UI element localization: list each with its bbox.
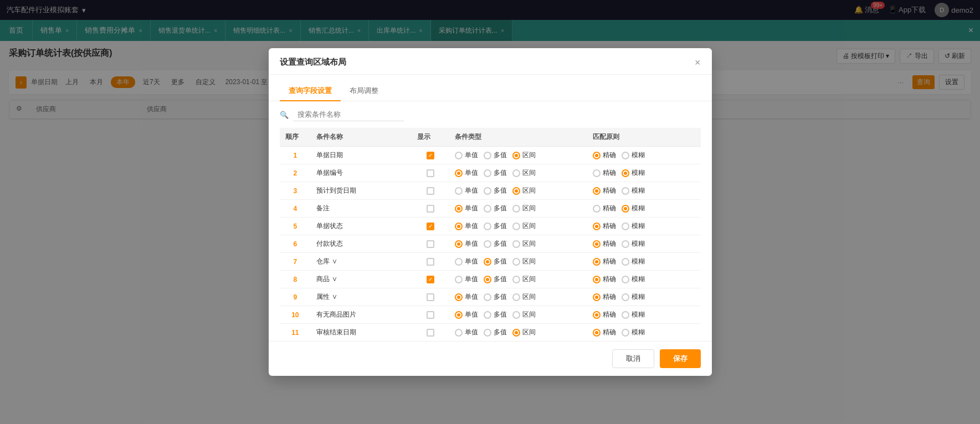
radio-item-single[interactable]: 单值 (455, 292, 478, 302)
radio-item-range[interactable]: 区间 (512, 257, 536, 266)
radio-item-fuzzy[interactable]: 模糊 (622, 310, 645, 319)
row-show-checkbox[interactable] (412, 288, 449, 306)
radio-label-multi: 多值 (494, 239, 507, 249)
radio-item-fuzzy[interactable]: 模糊 (622, 186, 645, 195)
radio-item-multi[interactable]: 多值 (484, 275, 507, 284)
radio-item-multi[interactable]: 多值 (484, 186, 507, 195)
radio-item-exact[interactable]: 精确 (593, 310, 616, 319)
radio-item-single[interactable]: 单值 (455, 257, 478, 266)
checkbox[interactable] (427, 240, 434, 248)
radio-item-fuzzy[interactable]: 模糊 (622, 328, 645, 337)
radio-item-exact[interactable]: 精确 (593, 275, 616, 284)
row-show-checkbox[interactable] (412, 306, 449, 324)
radio-item-exact[interactable]: 精确 (593, 221, 616, 231)
radio-item-fuzzy[interactable]: 模糊 (622, 239, 645, 249)
radio-item-exact[interactable]: 精确 (593, 151, 616, 160)
radio-item-fuzzy[interactable]: 模糊 (622, 292, 645, 302)
radio-item-exact[interactable]: 精确 (593, 168, 616, 178)
radio-item-exact[interactable]: 精确 (593, 239, 616, 249)
radio-item-exact[interactable]: 精确 (593, 292, 616, 302)
radio-item-range[interactable]: 区间 (512, 292, 536, 302)
radio-circle-multi (484, 223, 491, 230)
radio-item-fuzzy[interactable]: 模糊 (622, 221, 645, 231)
radio-item-exact[interactable]: 精确 (593, 186, 616, 195)
checkbox[interactable] (427, 293, 434, 301)
radio-item-single[interactable]: 单值 (455, 168, 478, 178)
radio-item-range[interactable]: 区间 (512, 186, 536, 195)
radio-item-range[interactable]: 区间 (512, 204, 536, 213)
modal-close-btn[interactable]: × (695, 58, 701, 68)
radio-circle-single (455, 276, 463, 283)
radio-item-fuzzy[interactable]: 模糊 (622, 204, 645, 213)
checkbox[interactable] (427, 329, 434, 337)
radio-item-exact[interactable]: 精确 (593, 257, 616, 266)
row-show-checkbox[interactable] (412, 218, 449, 235)
th-name: 条件名称 (311, 128, 411, 147)
radio-circle-single (455, 240, 463, 248)
row-type: 单值多值区间 (449, 182, 588, 200)
radio-label-exact: 精确 (603, 310, 616, 319)
radio-item-range[interactable]: 区间 (512, 151, 536, 160)
radio-item-single[interactable]: 单值 (455, 221, 478, 231)
radio-item-single[interactable]: 单值 (455, 328, 478, 337)
radio-item-range[interactable]: 区间 (512, 275, 536, 284)
row-show-checkbox[interactable] (412, 253, 449, 271)
modal-footer: 取消 保存 (269, 341, 712, 376)
row-show-checkbox[interactable] (412, 200, 449, 218)
radio-item-single[interactable]: 单值 (455, 239, 478, 249)
radio-item-single[interactable]: 单值 (455, 186, 478, 195)
row-type: 单值多值区间 (449, 235, 588, 253)
radio-item-exact[interactable]: 精确 (593, 204, 616, 213)
row-show-checkbox[interactable] (412, 164, 449, 182)
row-type: 单值多值区间 (449, 147, 588, 164)
radio-item-single[interactable]: 单值 (455, 275, 478, 284)
row-order: 2 (280, 164, 311, 182)
save-btn[interactable]: 保存 (660, 349, 701, 368)
checkbox[interactable] (427, 169, 434, 177)
radio-item-range[interactable]: 区间 (512, 328, 536, 337)
radio-item-fuzzy[interactable]: 模糊 (622, 257, 645, 266)
checkbox[interactable] (427, 311, 434, 319)
row-show-checkbox[interactable] (412, 147, 449, 164)
radio-item-range[interactable]: 区间 (512, 221, 536, 231)
radio-item-range[interactable]: 区间 (512, 168, 536, 178)
modal-tab-query-fields[interactable]: 查询字段设置 (280, 81, 341, 101)
row-show-checkbox[interactable] (412, 271, 449, 288)
radio-item-fuzzy[interactable]: 模糊 (622, 275, 645, 284)
radio-item-multi[interactable]: 多值 (484, 257, 507, 266)
checkbox[interactable] (427, 152, 434, 159)
row-name: 预计到货日期 (311, 182, 411, 200)
checkbox[interactable] (427, 223, 434, 230)
radio-item-multi[interactable]: 多值 (484, 168, 507, 178)
radio-item-single[interactable]: 单值 (455, 310, 478, 319)
checkbox[interactable] (427, 276, 434, 283)
radio-item-multi[interactable]: 多值 (484, 221, 507, 231)
checkbox[interactable] (427, 258, 434, 266)
radio-item-range[interactable]: 区间 (512, 239, 536, 249)
modal-tab-layout[interactable]: 布局调整 (341, 81, 387, 101)
search-input[interactable] (293, 108, 404, 121)
radio-item-range[interactable]: 区间 (512, 310, 536, 319)
radio-circle-range (512, 258, 520, 266)
radio-item-fuzzy[interactable]: 模糊 (622, 151, 645, 160)
radio-item-multi[interactable]: 多值 (484, 310, 507, 319)
radio-item-multi[interactable]: 多值 (484, 292, 507, 302)
radio-item-multi[interactable]: 多值 (484, 151, 507, 160)
row-order: 6 (280, 235, 311, 253)
checkbox[interactable] (427, 205, 434, 213)
row-show-checkbox[interactable] (412, 182, 449, 200)
row-show-checkbox[interactable] (412, 324, 449, 342)
radio-item-fuzzy[interactable]: 模糊 (622, 168, 645, 178)
row-show-checkbox[interactable] (412, 235, 449, 253)
radio-item-multi[interactable]: 多值 (484, 204, 507, 213)
radio-item-multi[interactable]: 多值 (484, 239, 507, 249)
radio-item-multi[interactable]: 多值 (484, 328, 507, 337)
radio-item-exact[interactable]: 精确 (593, 328, 616, 337)
checkbox[interactable] (427, 187, 434, 195)
cancel-btn[interactable]: 取消 (612, 349, 654, 368)
row-match: 精确模糊 (587, 271, 700, 288)
radio-item-single[interactable]: 单值 (455, 151, 478, 160)
th-type: 条件类型 (449, 128, 588, 147)
radio-circle-range (512, 293, 520, 301)
radio-item-single[interactable]: 单值 (455, 204, 478, 213)
